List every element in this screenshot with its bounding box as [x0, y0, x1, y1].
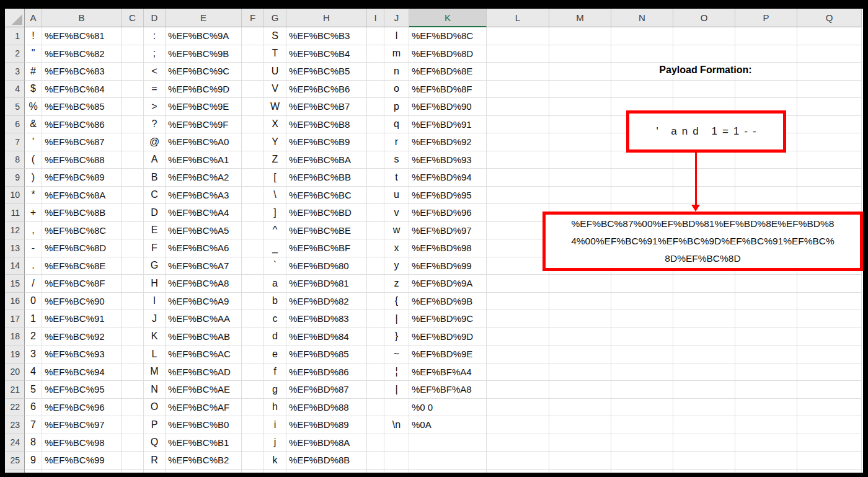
cell-B19[interactable]: %EF%BC%93: [42, 345, 122, 363]
cell-H9[interactable]: %EF%BC%BB: [286, 169, 367, 187]
cell-A3[interactable]: #: [25, 63, 42, 81]
cell-J4[interactable]: o: [384, 81, 409, 99]
cell-M7[interactable]: [549, 133, 611, 151]
cell-L15[interactable]: [487, 275, 549, 293]
cell-B20[interactable]: %EF%BC%94: [42, 363, 122, 381]
cell-H18[interactable]: %EF%BD%84: [286, 328, 367, 346]
cell-C19[interactable]: [122, 345, 144, 363]
cell-E1[interactable]: %EF%BC%9A: [166, 27, 242, 45]
cell-P15[interactable]: [735, 275, 797, 293]
cell-E18[interactable]: %EF%BC%AB: [166, 328, 242, 346]
cell-P17[interactable]: [735, 310, 797, 328]
cell-Q23[interactable]: [797, 416, 862, 434]
column-header-D[interactable]: D: [144, 9, 166, 27]
row-header-9[interactable]: 9: [5, 169, 25, 187]
cell-I7[interactable]: [367, 133, 384, 151]
cell-M6[interactable]: [549, 116, 611, 134]
cell-L13[interactable]: [487, 239, 549, 257]
cell-C12[interactable]: [122, 222, 144, 240]
cell-F22[interactable]: [242, 399, 264, 417]
cell-J3[interactable]: n: [384, 63, 409, 81]
cell-J14[interactable]: y: [384, 257, 409, 275]
cell-E2[interactable]: %EF%BC%9B: [166, 45, 242, 63]
cell-F8[interactable]: [242, 151, 264, 169]
cell-F16[interactable]: [242, 293, 264, 311]
cell-E4[interactable]: %EF%BC%9D: [166, 81, 242, 99]
cell-G10[interactable]: \: [264, 187, 286, 205]
cell-J22[interactable]: [384, 399, 409, 417]
cell-K2[interactable]: %EF%BD%8D: [409, 45, 487, 63]
cell-J10[interactable]: u: [384, 187, 409, 205]
cell-N10[interactable]: [611, 187, 673, 205]
cell-B8[interactable]: %EF%BC%88: [42, 151, 122, 169]
cell-H5[interactable]: %EF%BC%B7: [286, 98, 367, 116]
cell-I6[interactable]: [367, 116, 384, 134]
cell-G25[interactable]: k: [264, 452, 286, 470]
cell-A11[interactable]: +: [25, 204, 42, 222]
cell-N1[interactable]: [611, 27, 673, 45]
cell-F17[interactable]: [242, 310, 264, 328]
cell-J17[interactable]: |: [384, 310, 409, 328]
cell-D6[interactable]: ?: [144, 116, 166, 134]
cell-G19[interactable]: e: [264, 345, 286, 363]
cell-A2[interactable]: ": [25, 45, 42, 63]
cell-Q4[interactable]: [797, 81, 862, 99]
cell-A18[interactable]: 2: [25, 328, 42, 346]
cell-M22[interactable]: [549, 399, 611, 417]
cell-M16[interactable]: [549, 293, 611, 311]
cell-N23[interactable]: [611, 416, 673, 434]
cell-H4[interactable]: %EF%BC%B6: [286, 81, 367, 99]
cell-Q25[interactable]: [797, 452, 862, 470]
cell-A23[interactable]: 7: [25, 416, 42, 434]
cell-C25[interactable]: [122, 452, 144, 470]
cell-A4[interactable]: $: [25, 81, 42, 99]
cell-D18[interactable]: K: [144, 328, 166, 346]
cell-M18[interactable]: [549, 328, 611, 346]
cell-C14[interactable]: [122, 257, 144, 275]
cell-A22[interactable]: 6: [25, 399, 42, 417]
cell-G11[interactable]: ]: [264, 204, 286, 222]
cell-O1[interactable]: [673, 27, 735, 45]
cell-P19[interactable]: [735, 345, 797, 363]
cell-F7[interactable]: [242, 133, 264, 151]
row-header-15[interactable]: 15: [5, 275, 25, 293]
column-header-K[interactable]: K: [409, 9, 487, 27]
cell-I20[interactable]: [367, 363, 384, 381]
cell-C15[interactable]: [122, 275, 144, 293]
column-header-C[interactable]: C: [122, 9, 144, 27]
cell-L1[interactable]: [487, 27, 549, 45]
cell-F13[interactable]: [242, 239, 264, 257]
cell-M23[interactable]: [549, 416, 611, 434]
cell-D24[interactable]: Q: [144, 434, 166, 452]
row-header-25[interactable]: 25: [5, 452, 25, 470]
column-header-I[interactable]: I: [367, 9, 384, 27]
column-header-G[interactable]: G: [264, 9, 286, 27]
cell-N8[interactable]: [611, 151, 673, 169]
column-header-H[interactable]: H: [286, 9, 367, 27]
cell-Q9[interactable]: [797, 169, 862, 187]
cell-L12[interactable]: [487, 222, 549, 240]
row-header-16[interactable]: 16: [5, 293, 25, 311]
cell-B5[interactable]: %EF%BC%85: [42, 98, 122, 116]
cell-C11[interactable]: [122, 204, 144, 222]
cell-C2[interactable]: [122, 45, 144, 63]
cell-A16[interactable]: 0: [25, 293, 42, 311]
row-header-4[interactable]: 4: [5, 81, 25, 99]
cell-M1[interactable]: [549, 27, 611, 45]
cell-B3[interactable]: %EF%BC%83: [42, 63, 122, 81]
row-header-19[interactable]: 19: [5, 345, 25, 363]
cell-I25[interactable]: [367, 452, 384, 470]
cell-M8[interactable]: [549, 151, 611, 169]
cell-H11[interactable]: %EF%BC%BD: [286, 204, 367, 222]
cell-Q5[interactable]: [797, 98, 862, 116]
cell-H20[interactable]: %EF%BD%86: [286, 363, 367, 381]
cell-K22[interactable]: %0 0: [409, 399, 487, 417]
row-header-6[interactable]: 6: [5, 116, 25, 134]
row-header-14[interactable]: 14: [5, 257, 25, 275]
cell-Q10[interactable]: [797, 187, 862, 205]
cell-O22[interactable]: [673, 399, 735, 417]
cell-D11[interactable]: D: [144, 204, 166, 222]
row-header-5[interactable]: 5: [5, 98, 25, 116]
cell-L17[interactable]: [487, 310, 549, 328]
cell-K4[interactable]: %EF%BD%8F: [409, 81, 487, 99]
